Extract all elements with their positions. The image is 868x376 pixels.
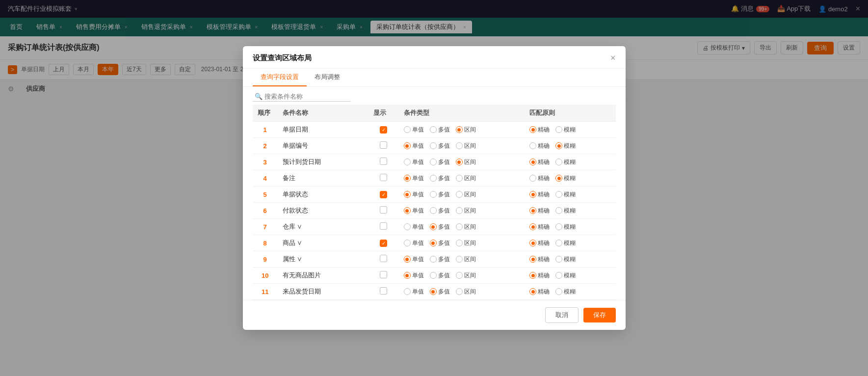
dialog-title: 设置查询区域布局 xyxy=(253,54,312,63)
dialog-header: 设置查询区域布局 × xyxy=(243,46,626,69)
modal-overlay: 设置查询区域布局 × 查询字段设置 布局调整 🔍 顺序 xyxy=(0,0,868,99)
dialog-tab-query-fields-label: 查询字段设置 xyxy=(261,73,299,81)
search-input[interactable] xyxy=(264,93,343,99)
dialog-tabs: 查询字段设置 布局调整 xyxy=(243,69,626,87)
search-box: 🔍 xyxy=(253,92,351,99)
dialog-search-area: 🔍 xyxy=(243,87,626,99)
search-icon: 🔍 xyxy=(255,93,263,99)
dialog-tab-query-fields[interactable]: 查询字段设置 xyxy=(253,69,307,86)
dialog: 设置查询区域布局 × 查询字段设置 布局调整 🔍 顺序 xyxy=(243,46,626,99)
dialog-tab-layout-label: 布局调整 xyxy=(315,73,340,81)
dialog-close-button[interactable]: × xyxy=(610,53,616,63)
dialog-tab-layout[interactable]: 布局调整 xyxy=(307,69,348,86)
